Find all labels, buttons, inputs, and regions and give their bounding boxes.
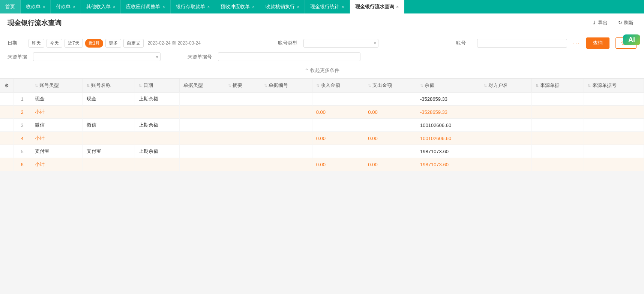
account-input[interactable] (477, 39, 567, 48)
collapse-button[interactable]: ⌃ 收起更多条件 (8, 65, 636, 75)
source-doc-select[interactable] (33, 52, 161, 61)
table-cell (179, 132, 224, 145)
nav-home[interactable]: 首页 (0, 0, 21, 13)
table-cell (532, 93, 584, 106)
table-cell (224, 119, 260, 132)
col-counterpart[interactable]: ⇅对方户名 (480, 79, 532, 93)
nav-cash-stat[interactable]: 现金银行统计 × (305, 0, 350, 13)
table-cell (260, 106, 312, 119)
table-cell: 上期余额 (135, 145, 179, 158)
account-label: 账号 (456, 40, 471, 46)
col-expense[interactable]: ⇅支出金额 (364, 79, 416, 93)
table-cell (584, 145, 644, 158)
nav-bank-deposit[interactable]: 银行存取款单 × (171, 0, 215, 13)
table-cell: -3528659.33 (416, 93, 480, 106)
table-row: 3微信微信上期余额100102606.60 (0, 119, 644, 132)
date-options: 昨天 今天 近7天 近1月 更多 自定义 2023-02-24 至 2023-0… (29, 39, 201, 48)
table-cell (584, 119, 644, 132)
table-cell (83, 132, 135, 145)
date-more[interactable]: 更多 (105, 39, 121, 48)
refresh-button[interactable]: ↻ 刷新 (615, 18, 636, 28)
col-seq (14, 79, 31, 93)
table-header-row: ⚙ ⇅账号类型 ⇅账号名称 ⇅日期 单据类型 ⇅摘要 ⇅单据编号 ⇅收入金额 ⇅… (0, 79, 644, 93)
date-yesterday[interactable]: 昨天 (29, 39, 44, 48)
nav-adjustment[interactable]: 应收应付调整单 × (121, 0, 170, 13)
table-cell: 6 (14, 158, 31, 171)
nav-cash-flow[interactable]: 现金银行流水查询 × (350, 0, 404, 13)
date-1month[interactable]: 近1月 (85, 39, 104, 48)
table-cell (0, 93, 14, 106)
close-icon[interactable]: × (207, 4, 210, 9)
table-cell (83, 106, 135, 119)
close-icon[interactable]: × (73, 4, 75, 9)
source-doc-select-wrapper (33, 52, 161, 61)
nav-other-income[interactable]: 其他收入单 × (81, 0, 121, 13)
col-account-type[interactable]: ⇅账号类型 (31, 79, 83, 93)
table-container: ⚙ ⇅账号类型 ⇅账号名称 ⇅日期 单据类型 ⇅摘要 ⇅单据编号 ⇅收入金额 ⇅… (0, 79, 644, 171)
query-button[interactable]: 查询 (586, 37, 609, 49)
table-cell: 1 (14, 93, 31, 106)
nav-collection[interactable]: 收款单 × (21, 0, 51, 13)
table-cell (532, 119, 584, 132)
date-custom[interactable]: 自定义 (123, 39, 144, 48)
close-icon[interactable]: × (297, 4, 299, 9)
filter-area: 日期 昨天 今天 近7天 近1月 更多 自定义 2023-02-24 至 202… (0, 32, 644, 79)
ai-badge[interactable]: Ai (623, 34, 640, 45)
table-cell: 19871073.60 (416, 145, 480, 158)
more-dots-icon[interactable]: ··· (573, 40, 580, 46)
top-nav: 首页 收款单 × 付款单 × 其他收入单 × 应收应付调整单 × 银行存取款单 … (0, 0, 644, 13)
table-row: 6小计0.000.0019871073.60 (0, 158, 644, 171)
export-button[interactable]: ⤓ 导出 (589, 18, 611, 28)
table-cell (364, 119, 416, 132)
table-cell (532, 158, 584, 171)
table-cell (224, 145, 260, 158)
source-doc-no-input[interactable] (218, 52, 360, 61)
col-date[interactable]: ⇅日期 (135, 79, 179, 93)
nav-prepay[interactable]: 预收冲应收单 × (215, 0, 260, 13)
account-type-label: 账号类型 (278, 40, 297, 46)
nav-writeoff[interactable]: 收款核销执行 × (260, 0, 305, 13)
table-cell (260, 158, 312, 171)
filter-row-date: 日期 昨天 今天 近7天 近1月 更多 自定义 2023-02-24 至 202… (8, 37, 636, 49)
col-gear[interactable]: ⚙ (0, 79, 14, 93)
table-cell (480, 119, 532, 132)
table-cell (179, 93, 224, 106)
close-icon[interactable]: × (252, 4, 254, 9)
table-cell (312, 145, 364, 158)
col-income[interactable]: ⇅收入金额 (312, 79, 364, 93)
close-icon[interactable]: × (162, 4, 165, 9)
table-cell: 现金 (83, 93, 135, 106)
date-today[interactable]: 今天 (47, 39, 62, 48)
nav-payment[interactable]: 付款单 × (51, 0, 81, 13)
date-range-display: 2023-02-24 至 2023-03-24 (147, 40, 200, 46)
table-cell (480, 132, 532, 145)
col-source-doc-no[interactable]: ⇅来源单据号 (584, 79, 644, 93)
table-cell (0, 145, 14, 158)
table-cell (135, 158, 179, 171)
table-cell: 2 (14, 106, 31, 119)
col-account-name[interactable]: ⇅账号名称 (83, 79, 135, 93)
close-icon[interactable]: × (113, 4, 115, 9)
table-cell (260, 93, 312, 106)
table-body: 1现金现金上期余额-3528659.332小计0.000.00-3528659.… (0, 93, 644, 171)
col-doc-no[interactable]: ⇅单据编号 (260, 79, 312, 93)
col-balance[interactable]: ⇅余额 (416, 79, 480, 93)
table-cell (480, 158, 532, 171)
date-7days[interactable]: 近7天 (65, 39, 83, 48)
col-source-doc[interactable]: ⇅来源单据 (532, 79, 584, 93)
table-cell (0, 119, 14, 132)
table-cell (364, 145, 416, 158)
table-cell: 支付宝 (83, 145, 135, 158)
close-icon[interactable]: × (396, 4, 399, 9)
table-cell (532, 145, 584, 158)
export-icon: ⤓ (592, 20, 596, 25)
close-icon[interactable]: × (342, 4, 344, 9)
table-cell (179, 106, 224, 119)
table-cell: 小计 (31, 158, 83, 171)
account-type-select[interactable] (303, 39, 378, 48)
table-cell: 5 (14, 145, 31, 158)
table-cell (260, 119, 312, 132)
col-summary[interactable]: ⇅摘要 (224, 79, 260, 93)
close-icon[interactable]: × (43, 4, 45, 9)
table-cell (312, 119, 364, 132)
